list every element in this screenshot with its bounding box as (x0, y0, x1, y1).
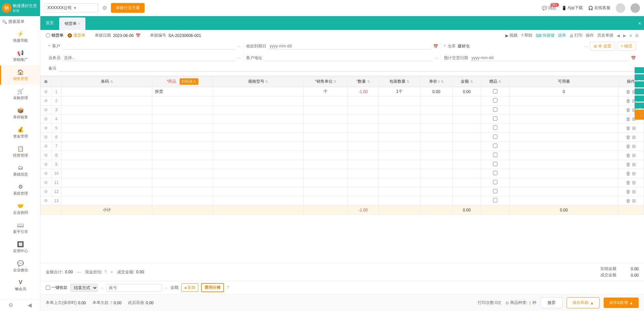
sidebar-item-marketing[interactable]: 📢 营销推广 (0, 46, 40, 66)
settlement-select[interactable]: 结算方式 (70, 284, 98, 292)
topbar-gear-btn[interactable]: ⚙ (102, 5, 107, 11)
row-delete-10[interactable]: 🗑 (626, 180, 631, 185)
row-spec-3[interactable] (213, 115, 303, 124)
row-quantity-8[interactable] (348, 160, 379, 169)
address-dots[interactable]: ··· (435, 56, 438, 61)
operation-btn[interactable]: 操作 (586, 33, 594, 38)
row-gift-10[interactable] (481, 178, 509, 187)
nav-prev-btn[interactable]: ◀ (617, 33, 620, 38)
row-barcode-2[interactable] (62, 106, 152, 115)
row-delete-0[interactable]: 🗑 (626, 89, 631, 94)
row-unit-price-3[interactable] (420, 115, 453, 124)
row-copy-10[interactable]: ⊞ (632, 180, 636, 185)
row-delete-4[interactable]: 🗑 (626, 125, 631, 131)
payment-calendar-icon[interactable]: 📅 (433, 44, 438, 49)
app-download-button[interactable]: 📱 App下载 (562, 5, 583, 11)
row-barcode-1[interactable] (62, 96, 152, 106)
row-unit-price-12[interactable] (420, 196, 453, 205)
shortcut-btn[interactable]: ⌨ 快捷键 (536, 33, 555, 38)
nav-next-btn[interactable]: ▶ (623, 33, 626, 38)
row-copy-6[interactable]: ⊞ (632, 144, 636, 149)
trial-button[interactable]: 体验行业方案 (111, 3, 145, 13)
row-quantity-7[interactable] (348, 151, 379, 160)
row-spec-11[interactable] (213, 187, 303, 196)
one-click-payment-label[interactable]: 一键收款 (46, 285, 68, 290)
row-delete-1[interactable]: 🗑 (626, 98, 631, 104)
row-quantity-1[interactable] (348, 96, 379, 106)
row-gift-8[interactable] (481, 160, 509, 169)
row-delete-8[interactable]: 🗑 (626, 162, 631, 167)
sidebar-item-purchase[interactable]: 🛒 采购管理 (0, 85, 40, 104)
row-unit-price-11[interactable] (420, 187, 453, 196)
row-barcode-0[interactable] (62, 87, 152, 96)
row-delete-5[interactable]: 🗑 (626, 134, 631, 140)
row-delete-2[interactable]: 🗑 (626, 107, 631, 113)
row-quantity-11[interactable] (348, 187, 379, 196)
warehouse-dots[interactable]: ··· (584, 44, 588, 49)
settlement-dots[interactable]: ··· (101, 285, 104, 290)
sidebar-settings-btn[interactable]: ⚙ (8, 302, 13, 308)
row-barcode-5[interactable] (62, 133, 152, 142)
row-unit-price-1[interactable] (420, 96, 453, 106)
flow-button[interactable]: + 物流 (617, 42, 636, 51)
col-gear[interactable]: ⚙ (41, 76, 51, 87)
sidebar-search-menu[interactable]: 🔍 搜索菜单 (0, 16, 40, 27)
account-input[interactable] (107, 284, 162, 291)
row-unit-price-10[interactable] (420, 178, 453, 187)
company-selector[interactable]: XXXXXX公司 ▼ (44, 3, 98, 12)
row-gift-5[interactable] (481, 133, 509, 142)
online-service-button[interactable]: 🎧 在线客服 (588, 5, 610, 11)
message-button[interactable]: 💬 消息 99+ (542, 5, 556, 11)
row-gift-3[interactable] (481, 115, 509, 124)
split-help-icon[interactable]: ? (227, 285, 229, 290)
settings-button[interactable]: ⚙ ⚙ 设置 (590, 42, 615, 51)
float-orange-btn[interactable]: 🔧 (635, 110, 644, 120)
grid-view-btn[interactable]: ⊞ (635, 33, 639, 38)
sale-order-radio[interactable]: 销货单 (46, 33, 64, 38)
row-gift-2[interactable] (481, 106, 509, 115)
row-gift-0[interactable] (481, 87, 509, 96)
row-unit-price-9[interactable] (420, 169, 453, 178)
sidebar-item-quick-nav[interactable]: ⚡ 快捷导航 (0, 27, 40, 46)
close-window-icon[interactable]: ✕ (638, 21, 641, 26)
sidebar-item-wechat[interactable]: 💬 企业微信 (0, 257, 40, 276)
tab-sales-order[interactable]: 销货单 × (59, 17, 85, 30)
row-spec-8[interactable] (213, 160, 303, 169)
tab-home[interactable]: 首页 (40, 17, 59, 29)
row-gift-11[interactable] (481, 187, 509, 196)
row-copy-7[interactable]: ⊞ (632, 153, 636, 158)
row-spec-0[interactable] (213, 87, 303, 96)
row-gift-4[interactable] (481, 124, 509, 133)
remark-input[interactable] (59, 65, 636, 72)
row-barcode-7[interactable] (62, 151, 152, 160)
row-quantity-2[interactable] (348, 106, 379, 115)
row-spec-7[interactable] (213, 151, 303, 160)
row-unit-price-6[interactable] (420, 142, 453, 151)
list-view-btn[interactable]: ≡ (630, 33, 632, 38)
sidebar-item-inventory[interactable]: 📦 库存核算 (0, 104, 40, 123)
row-spec-9[interactable] (213, 169, 303, 178)
row-spec-10[interactable] (213, 178, 303, 187)
row-delete-11[interactable]: 🗑 (626, 189, 631, 194)
cash-discount-help[interactable]: ? (104, 270, 107, 274)
salesperson-dots[interactable]: ··· (237, 56, 240, 61)
row-spec-4[interactable] (213, 124, 303, 133)
customer-input[interactable] (62, 43, 235, 49)
tab-close-icon[interactable]: × (78, 22, 80, 26)
calendar-icon[interactable]: 📅 (136, 33, 141, 38)
save-new-button[interactable]: 保存&新增 ▲ (604, 298, 639, 308)
row-gift-9[interactable] (481, 169, 509, 178)
print-btn[interactable]: 🖨 打印 (569, 33, 582, 38)
help-btn[interactable]: ? 帮助 (521, 33, 532, 38)
float-edit-btn[interactable]: 编辑 (635, 95, 644, 102)
row-delete-3[interactable]: 🗑 (626, 116, 631, 122)
account-dots[interactable]: ··· (164, 285, 168, 290)
row-delete-7[interactable]: 🗑 (626, 153, 631, 158)
sidebar-item-system[interactable]: ⚙ 系统管理 (0, 180, 40, 199)
row-quantity-12[interactable] (348, 196, 379, 205)
row-unit-price-2[interactable] (420, 106, 453, 115)
row-quantity-4[interactable] (348, 124, 379, 133)
row-gift-6[interactable] (481, 142, 509, 151)
row-quantity-10[interactable] (348, 178, 379, 187)
row-gift-1[interactable] (481, 96, 509, 106)
